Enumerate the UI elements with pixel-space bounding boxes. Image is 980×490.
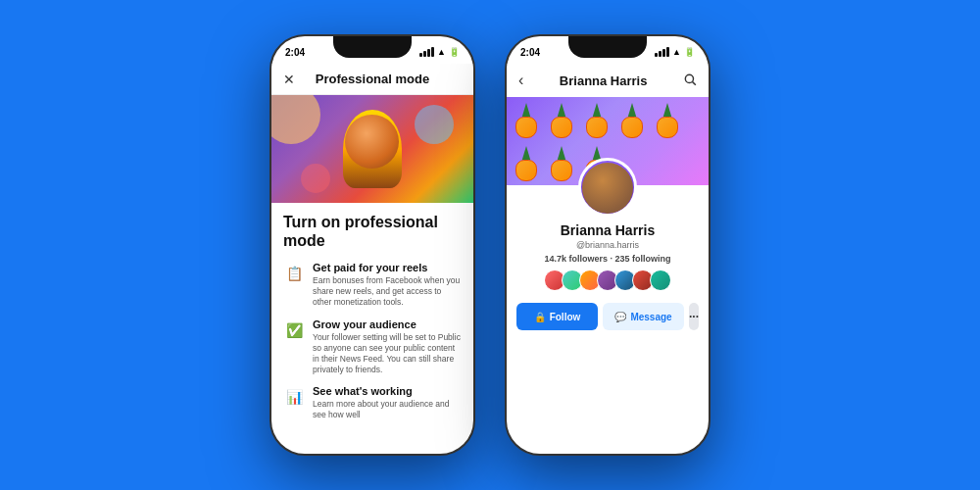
signal-bar [431, 47, 434, 57]
signal-bar [662, 49, 665, 57]
svg-line-1 [693, 81, 696, 84]
feature-text-0: Get paid for your reels Earn bonuses fro… [313, 262, 462, 308]
phone1-main-title: Turn on professional mode [283, 213, 462, 250]
feature-title-2: See what's working [313, 385, 462, 397]
pineapple-icon [583, 103, 611, 138]
signal-bars-2 [655, 47, 669, 57]
message-label: Message [630, 312, 671, 322]
status-icons-1: ▲ 🔋 [419, 47, 460, 57]
wifi-icon-2: ▲ [672, 47, 681, 57]
feature-title-0: Get paid for your reels [313, 262, 462, 273]
feature-item-1: ✅ Grow your audience Your follower setti… [283, 318, 462, 375]
signal-bar [423, 51, 426, 57]
feature-text-1: Grow your audience Your follower setting… [313, 318, 462, 375]
phone2-title: Brianna Harris [560, 74, 648, 88]
close-button[interactable]: ✕ [283, 72, 295, 87]
more-icon: ··· [689, 310, 699, 323]
signal-bar [659, 51, 662, 57]
status-time-1: 2:04 [285, 47, 305, 58]
messenger-icon: 💬 [614, 312, 626, 322]
signal-bars-1 [419, 47, 434, 57]
feature-desc-1: Your follower setting will be set to Pub… [313, 332, 462, 375]
phone-notch-2 [568, 36, 647, 58]
feature-item-0: 📋 Get paid for your reels Earn bonuses f… [283, 262, 462, 308]
phone-2: 2:04 ▲ 🔋 ‹ Brianna Harris [505, 34, 710, 456]
wifi-icon: ▲ [437, 47, 446, 57]
phone2-screen: ‹ Brianna Harris [507, 64, 709, 454]
signal-bar [666, 47, 669, 57]
pineapple-icon [618, 103, 646, 138]
profile-stats: 14.7k followers · 235 following [516, 254, 699, 264]
phone1-nav: ✕ Professional mode [271, 64, 473, 95]
avatar-wrapper [507, 158, 709, 217]
hero-deco-3 [301, 164, 330, 193]
audience-icon: ✅ [283, 319, 305, 341]
search-button[interactable] [683, 73, 697, 89]
hero-person [343, 110, 402, 188]
svg-point-0 [685, 74, 693, 82]
phone1-screen: ✕ Professional mode Turn on professional… [271, 64, 473, 454]
avatar-image [582, 163, 633, 214]
profile-actions: 🔒 Follow 💬 Message ··· [507, 303, 709, 338]
feature-item-2: 📊 See what's working Learn more about yo… [283, 385, 462, 420]
follow-label: Follow [550, 312, 581, 322]
feature-title-1: Grow your audience [313, 318, 462, 330]
phone1-hero [271, 95, 473, 203]
profile-info: Brianna Harris @brianna.harris 14.7k fol… [507, 217, 709, 303]
pineapple-icon [513, 103, 540, 138]
pineapple-icon [548, 103, 575, 138]
phone1-title: Professional mode [316, 72, 429, 86]
battery-icon: 🔋 [449, 47, 460, 57]
follower-avatars [516, 270, 699, 291]
hero-deco-2 [415, 105, 454, 144]
analytics-icon: 📊 [283, 386, 305, 408]
back-button[interactable]: ‹ [518, 72, 523, 89]
phone-1: 2:04 ▲ 🔋 ✕ Professional mode [270, 34, 475, 456]
avatar [578, 158, 637, 217]
signal-bar [419, 53, 422, 57]
feature-text-2: See what's working Learn more about your… [313, 385, 462, 420]
follow-button[interactable]: 🔒 Follow [516, 303, 598, 330]
phone1-content: Turn on professional mode 📋 Get paid for… [271, 203, 473, 454]
phone2-nav: ‹ Brianna Harris [507, 64, 709, 97]
signal-bar [427, 49, 430, 57]
followers-count: 14.7k [544, 254, 566, 264]
message-button[interactable]: 💬 Message [603, 303, 684, 330]
pineapple-icon [654, 103, 681, 138]
profile-handle: @brianna.harris [516, 240, 699, 250]
followers-label: followers · [568, 254, 614, 264]
lock-icon: 🔒 [534, 312, 546, 322]
reels-icon: 📋 [283, 263, 305, 284]
following-count: 235 [615, 254, 630, 264]
following-label: following [632, 254, 671, 264]
signal-bar [655, 53, 658, 57]
hero-deco-1 [271, 95, 320, 144]
follower-avatar-7 [650, 270, 671, 291]
feature-desc-2: Learn more about your audience and see h… [313, 399, 462, 420]
profile-name: Brianna Harris [516, 222, 699, 238]
more-button[interactable]: ··· [689, 303, 699, 330]
status-icons-2: ▲ 🔋 [655, 47, 695, 57]
status-time-2: 2:04 [520, 47, 540, 58]
feature-desc-0: Earn bonuses from Facebook when you shar… [313, 275, 462, 308]
hero-person-face [345, 115, 399, 169]
phone-notch-1 [333, 36, 412, 58]
battery-icon-2: 🔋 [684, 47, 695, 57]
